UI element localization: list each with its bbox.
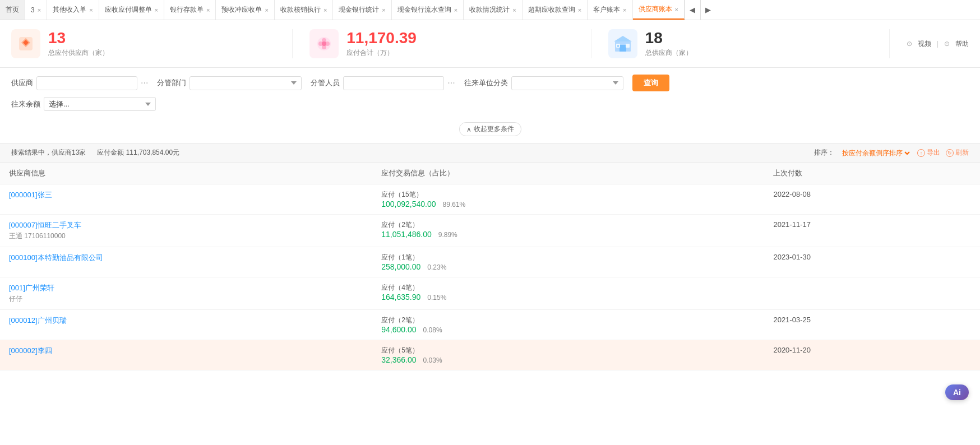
result-summary-text: 搜索结果中，供应商13家: [11, 148, 86, 157]
query-button[interactable]: 查询: [632, 75, 669, 91]
trans-amount-row: 100,092,540.0089.61%: [381, 200, 755, 208]
supplier-more-icon[interactable]: ···: [141, 78, 148, 88]
svg-rect-8: [620, 45, 626, 52]
supplier-link[interactable]: [000001]张三: [9, 191, 52, 199]
table-row: [000012]广州贝瑞应付（2笔）94,600.000.08%2021-03-…: [0, 310, 980, 340]
trans-type-label: 应付: [381, 253, 395, 261]
collapse-button[interactable]: ∧ 收起更多条件: [459, 122, 521, 136]
result-amount-text: 应付金额 111,703,854.00元: [97, 148, 179, 157]
amount-value: 100,092,540.00: [381, 200, 436, 208]
nav-tab-ap-adjust[interactable]: 应收应付调整单 ×: [99, 0, 164, 20]
dept-select[interactable]: [189, 76, 302, 90]
unit-class-select[interactable]: [511, 76, 623, 90]
refresh-button[interactable]: ↻ 刷新: [946, 148, 969, 157]
supplier-info-cell: [000100]本特勤油品有限公司: [0, 247, 372, 277]
supplier-link[interactable]: [000012]广州贝瑞: [9, 316, 67, 325]
close-icon[interactable]: ×: [512, 7, 516, 13]
nav-tab-supplier-account[interactable]: 供应商账本 ×: [633, 0, 685, 20]
nav-tab-customer[interactable]: 客户账本 ×: [588, 0, 632, 20]
trans-count: （1笔）: [395, 253, 419, 261]
col-supplier-info: 供应商信息: [0, 163, 372, 184]
nav-tab-3[interactable]: 3 ×: [25, 0, 47, 20]
trans-info-cell: 应付（1笔）258,000.000.23%: [372, 247, 764, 277]
close-icon[interactable]: ×: [623, 7, 626, 13]
trans-info-cell: 应付（5笔）32,366.000.03%: [372, 340, 764, 370]
supplier-link[interactable]: [000002]李四: [9, 346, 52, 355]
summary-area: 13 总应付供应商（家） 11,170.39 应付合计（万）: [0, 20, 980, 68]
supplier-info-cell: [000012]广州贝瑞: [0, 310, 372, 340]
trans-type-label: 应付: [381, 191, 395, 198]
video-link[interactable]: 视频: [918, 39, 931, 49]
main-wrapper: 首页 3 × 其他收入单 × 应收应付调整单 × 银行存款单 × 预收冲应收单 …: [0, 0, 980, 445]
percentage-value: 0.08%: [423, 326, 442, 334]
nav-tab-prepay[interactable]: 预收冲应收单 ×: [216, 0, 274, 20]
svg-rect-10: [626, 44, 630, 48]
last-pay-date: 2023-01-30: [773, 253, 811, 261]
nav-tab-other-income[interactable]: 其他收入单 ×: [47, 0, 99, 20]
trans-label-count: 应付（2笔）: [381, 316, 755, 325]
card1-info: 13 总应付供应商（家）: [48, 30, 109, 58]
nav-tab-home[interactable]: 首页: [0, 0, 25, 20]
trans-amount-row: 32,366.000.03%: [381, 355, 755, 364]
trans-type-label: 应付: [381, 346, 395, 354]
card-icon-diamond: [11, 29, 40, 58]
close-icon[interactable]: ×: [89, 7, 93, 13]
supplier-info-cell: [000007]恒旺二手叉车王通 17106110000: [0, 215, 372, 247]
last-pay-date-cell: 2022-08-08: [764, 184, 980, 215]
refresh-icon: ↻: [946, 149, 954, 157]
supplier-link[interactable]: [000007]恒旺二手叉车: [9, 221, 81, 229]
supplier-sub-info: 仔仔: [9, 294, 363, 304]
filter-area: 供应商 ··· 分管部门 分管人员 ··· 往来单位分类: [0, 68, 980, 143]
nav-prev-arrow[interactable]: ◀: [685, 0, 700, 20]
nav-tab-collect-stats[interactable]: 收款情况统计 ×: [464, 0, 522, 20]
close-icon[interactable]: ×: [675, 6, 678, 13]
trans-count: （15笔）: [395, 191, 422, 198]
summary-card-total-ap: 11,170.39 应付合计（万）: [309, 29, 591, 58]
trans-type-label: 应付: [381, 316, 395, 324]
trans-label-count: 应付（5笔）: [381, 346, 755, 355]
person-more-icon[interactable]: ···: [447, 78, 455, 88]
help-link[interactable]: 帮助: [955, 39, 969, 49]
close-icon[interactable]: ×: [323, 7, 327, 13]
close-icon[interactable]: ×: [38, 7, 41, 13]
close-icon[interactable]: ×: [206, 7, 210, 13]
card2-info: 11,170.39 应付合计（万）: [346, 30, 417, 58]
trans-info-cell: 应付（15笔）100,092,540.0089.61%: [372, 184, 764, 215]
trans-type-label: 应付: [381, 284, 395, 291]
nav-tab-cash-stats[interactable]: 现金银行统计 ×: [333, 0, 391, 20]
supplier-link[interactable]: [000100]本特勤油品有限公司: [9, 253, 103, 262]
last-pay-date: 2020-11-20: [773, 346, 811, 354]
supplier-info-cell: [000001]张三: [0, 184, 372, 215]
close-icon[interactable]: ×: [265, 7, 268, 13]
nav-next-arrow[interactable]: ▶: [700, 0, 716, 20]
trans-count: （2笔）: [395, 221, 419, 229]
supplier-input[interactable]: [36, 76, 137, 90]
top-nav: 首页 3 × 其他收入单 × 应收应付调整单 × 银行存款单 × 预收冲应收单 …: [0, 0, 980, 20]
card3-info: 18 总供应商（家）: [645, 30, 692, 58]
nav-tab-overdue[interactable]: 超期应收款查询 ×: [523, 0, 588, 20]
trans-label-count: 应付（2笔）: [381, 220, 755, 230]
nav-tab-collect-verify[interactable]: 收款核销执行 ×: [275, 0, 333, 20]
close-icon[interactable]: ×: [454, 7, 457, 13]
supplier-link[interactable]: [001]广州荣轩: [9, 284, 54, 292]
trans-count: （4笔）: [395, 284, 419, 291]
nav-tab-cash-flow[interactable]: 现金银行流水查询 ×: [392, 0, 464, 20]
percentage-value: 89.61%: [443, 201, 466, 208]
export-button[interactable]: ↑ 导出: [917, 148, 940, 157]
last-pay-date: 2021-03-25: [773, 316, 811, 324]
balance-select[interactable]: 选择...: [44, 97, 156, 111]
person-input[interactable]: [343, 76, 444, 90]
ai-assistant-button[interactable]: Ai: [945, 384, 969, 400]
sort-select[interactable]: 按应付余额倒序排序: [840, 149, 912, 157]
result-bar: 搜索结果中，供应商13家 应付金额 111,703,854.00元 排序： 按应…: [0, 143, 980, 163]
card2-value: 11,170.39: [346, 30, 417, 47]
supplier-table: 供应商信息 应付交易信息（占比） 上次付数 [000001]张三应付（15笔）1…: [0, 163, 980, 370]
nav-tab-bank-deposit[interactable]: 银行存款单 ×: [164, 0, 216, 20]
table-row: [000001]张三应付（15笔）100,092,540.0089.61%202…: [0, 184, 980, 215]
close-icon[interactable]: ×: [578, 7, 581, 13]
card1-label: 总应付供应商（家）: [48, 48, 109, 58]
last-pay-date-cell: 2023-01-30: [764, 247, 980, 277]
close-icon[interactable]: ×: [155, 7, 158, 13]
supplier-label: 供应商: [11, 78, 33, 88]
close-icon[interactable]: ×: [382, 7, 385, 13]
